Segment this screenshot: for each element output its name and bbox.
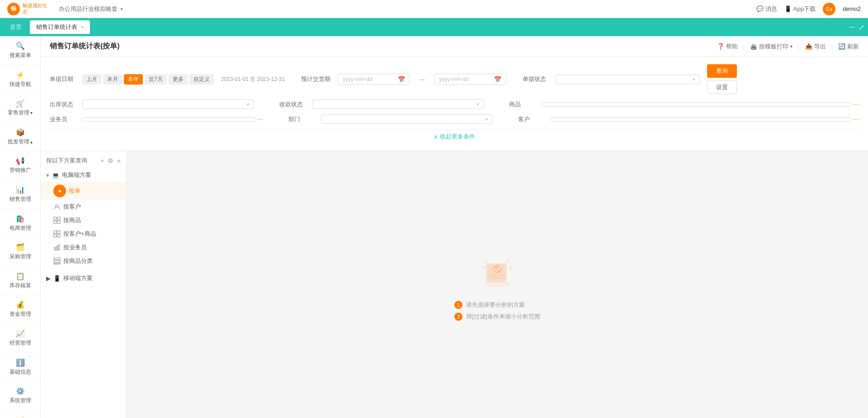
tip-text-2: 用[过滤]条件来缩小分析范围 <box>466 313 540 321</box>
by-customer-icon <box>53 203 61 210</box>
sidebar-item-wholesale-mgmt[interactable]: 📦 批发管理 ▴ <box>0 123 40 152</box>
by-customer-goods-icon <box>53 230 61 238</box>
department-select[interactable]: ▾ <box>321 114 493 124</box>
analysis-item-by-customer-goods[interactable]: 按客户+商品 <box>41 227 126 241</box>
purchase-icon: 🗂️ <box>16 243 25 252</box>
help-button[interactable]: ❓ 帮助 <box>717 43 738 51</box>
sidebar-item-retail-mgmt[interactable]: 🛒 零售管理 ▾ <box>0 94 40 123</box>
sidebar-item-basic-info[interactable]: ℹ️ 基础信息 <box>0 353 40 382</box>
collection-status-arrow-icon: ▾ <box>476 102 479 107</box>
wholesale-arrow-icon: ▴ <box>30 139 33 144</box>
sidebar-item-inventory[interactable]: 📋 库存核算 <box>0 266 40 295</box>
logo-area: 畅 畅捷通好生意 <box>7 3 50 15</box>
goods-input[interactable] <box>542 102 851 107</box>
tab-expand-button[interactable]: ⤢ <box>859 23 864 32</box>
filter-panel: 单据日期 上月 本月 本年 近7天 更多 自定义 2023-01-01 至 20… <box>41 57 868 151</box>
by-salesperson-icon <box>53 244 61 251</box>
goods-more-icon[interactable]: ··· <box>853 100 859 109</box>
filter-row-2: 出库状态 ▾ 收款状态 ▾ 商品 ··· <box>50 100 859 109</box>
sidebar-item-enterprise[interactable]: 🤝 企业协同 <box>0 410 40 418</box>
analysis-item-by-goods[interactable]: 按商品 <box>41 214 126 227</box>
goods-input-area: ··· <box>542 100 859 109</box>
analysis-collapse-button[interactable]: « <box>117 157 121 164</box>
department-label: 部门 <box>288 115 314 124</box>
sidebar-item-quick-nav[interactable]: ⚡ 快捷导航 <box>0 65 40 94</box>
this-month-btn[interactable]: 本月 <box>103 74 122 85</box>
last-7-days-btn[interactable]: 近7天 <box>145 74 167 85</box>
tab-close-icon[interactable]: × <box>81 24 84 30</box>
top-header: 畅 畅捷通好生意 办公用品行业模拟账套 ▾ 💬 消息 📱 App下载 Ea de… <box>0 0 868 18</box>
analysis-group-mobile-title[interactable]: ▶ 📱 移动端方案 <box>41 271 126 285</box>
tip-num-2: 2 <box>454 313 462 321</box>
filter-row-3: 业务员 ··· 部门 ▾ 客户 ··· <box>50 114 859 124</box>
analysis-item-by-goods-category[interactable]: 按商品分类 <box>41 254 126 268</box>
customer-more-icon[interactable]: ··· <box>853 115 859 124</box>
collection-status-label: 收款状态 <box>279 100 305 109</box>
breadcrumb-arrow-icon[interactable]: ▾ <box>120 6 123 12</box>
analysis-add-button[interactable]: + <box>100 157 104 164</box>
collection-status-select[interactable]: ▾ <box>312 100 484 109</box>
sidebar-item-finance[interactable]: 💰 资金管理 <box>0 295 40 324</box>
export-button[interactable]: 📤 导出 <box>805 43 826 51</box>
home-tab-label: 首页 <box>10 23 22 31</box>
goods-label: 商品 <box>509 100 534 109</box>
filter-row-1: 单据日期 上月 本月 本年 近7天 更多 自定义 2023-01-01 至 20… <box>50 64 859 94</box>
settings-button[interactable]: 设置 <box>707 81 737 94</box>
sidebar-item-ecommerce[interactable]: 🛍️ 电商管理 <box>0 209 40 238</box>
expected-date-end-input[interactable]: yyyy-mm-dd 📅 <box>434 74 506 85</box>
bill-status-select[interactable]: ▾ <box>555 75 700 84</box>
custom-btn[interactable]: 自定义 <box>189 74 214 85</box>
message-button[interactable]: 💬 消息 <box>756 5 777 13</box>
tab-sales-order-stats[interactable]: 销售订单统计表 × <box>30 20 90 34</box>
analysis-item-by-salesperson[interactable]: 按业务员 <box>41 241 126 254</box>
ship-status-select[interactable]: ▾ <box>82 100 254 109</box>
basic-info-icon: ℹ️ <box>16 358 25 367</box>
analysis-item-by-customer[interactable]: 按客户 <box>41 200 126 214</box>
analysis-settings-button[interactable]: ⚙ <box>108 157 113 164</box>
sidebar-item-operations[interactable]: 📈 经营管理 <box>0 324 40 353</box>
analysis-group-mobile: ▶ 📱 移动端方案 <box>41 271 126 285</box>
ecommerce-icon: 🛍️ <box>16 214 25 223</box>
right-content: 1 请先选择要分析的方案 2 用[过滤]条件来缩小分析范围 <box>127 151 868 418</box>
tab-window-actions: ─ ⤢ <box>850 23 864 32</box>
sidebar-item-search-menu[interactable]: 🔍 搜索菜单 <box>0 36 40 65</box>
template-print-button[interactable]: 🖨️ 按模板打印 ▾ <box>750 43 793 51</box>
svg-rect-2 <box>57 217 60 220</box>
header-left: 畅 畅捷通好生意 <box>7 3 50 15</box>
operations-icon: 📈 <box>16 329 25 338</box>
user-avatar[interactable]: Ea <box>823 3 835 15</box>
analysis-item-by-order[interactable]: ● 按单 <box>41 182 126 200</box>
system-icon: ⚙️ <box>16 387 25 395</box>
finance-icon: 💰 <box>16 300 25 309</box>
analysis-header-icons: + ⚙ « <box>100 157 121 164</box>
sidebar-item-system[interactable]: ⚙️ 系统管理 <box>0 381 40 410</box>
bill-status-label: 单据状态 <box>523 75 548 83</box>
customer-input[interactable] <box>551 117 851 122</box>
more-btn[interactable]: 更多 <box>169 74 188 85</box>
tab-minimize-button[interactable]: ─ <box>850 23 855 32</box>
mobile-group-arrow-icon: ▶ <box>46 275 51 282</box>
expected-date-start-input[interactable]: yyyy-mm-dd 📅 <box>338 74 410 85</box>
last-month-btn[interactable]: 上月 <box>82 74 101 85</box>
sidebar-item-marketing[interactable]: 📢 营销推广 <box>0 151 40 180</box>
analysis-panel-header: 按以下方案查询 + ⚙ « <box>41 157 126 168</box>
analysis-group-pc-title[interactable]: ▾ 💻 电脑端方案 <box>41 168 126 182</box>
this-year-btn[interactable]: 本年 <box>124 74 143 85</box>
department-arrow-icon: ▾ <box>486 117 488 122</box>
refresh-button[interactable]: 🔄 刷新 <box>838 43 859 51</box>
user-name[interactable]: demo2 <box>843 5 861 12</box>
salesperson-input[interactable] <box>82 117 255 122</box>
ship-status-label: 出库状态 <box>50 100 75 109</box>
app-download-button[interactable]: 📱 App下载 <box>784 5 816 13</box>
svg-rect-7 <box>54 234 57 237</box>
collapse-filter-button[interactable]: ∧ 收起更多条件 <box>50 129 859 143</box>
sidebar-item-purchase[interactable]: 🗂️ 采购管理 <box>0 238 40 266</box>
tab-home[interactable]: 首页 <box>4 20 28 34</box>
query-button[interactable]: 查询 <box>707 64 737 78</box>
sidebar-item-sales-mgmt[interactable]: 📊 销售管理 <box>0 180 40 209</box>
svg-rect-13 <box>54 261 60 262</box>
salesperson-more-icon[interactable]: ··· <box>257 115 263 124</box>
empty-illustration <box>475 248 520 294</box>
tab-bar: 首页 销售订单统计表 × ─ ⤢ <box>0 18 868 36</box>
enterprise-icon: 🤝 <box>16 416 25 418</box>
